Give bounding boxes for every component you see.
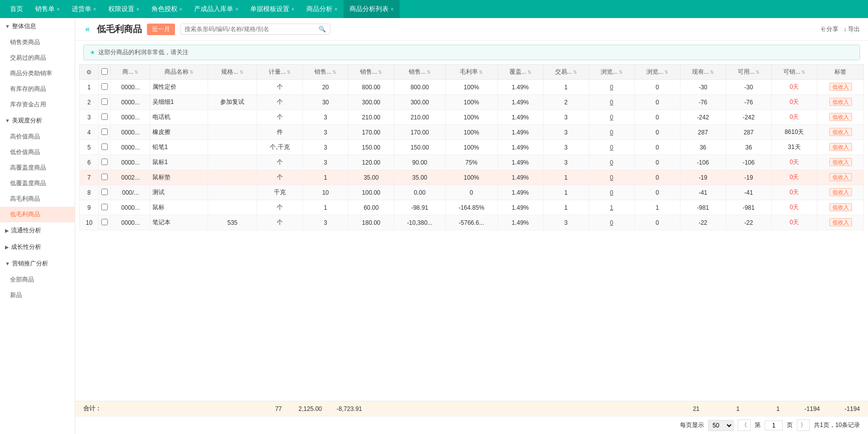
row-tag: 低收入 xyxy=(817,215,864,230)
sidebar-item-low-coverage[interactable]: 低覆盖度商品 xyxy=(0,176,75,191)
nav-role-auth[interactable]: 角色授权× xyxy=(145,0,189,18)
share-button[interactable]: ⎗ 分享 xyxy=(821,25,838,34)
nav-permissions[interactable]: 权限设置× xyxy=(102,0,145,18)
row-browse1[interactable]: 0 xyxy=(589,215,634,230)
sort-icon-stock[interactable]: ⇅ xyxy=(710,70,714,75)
nav-sales[interactable]: 销售单× xyxy=(29,0,66,18)
sort-icon-name[interactable]: ⇅ xyxy=(190,70,194,75)
sidebar-item-sales-goods[interactable]: 销售类商品 xyxy=(0,35,75,50)
row-checkbox[interactable] xyxy=(101,113,108,120)
row-browse1[interactable]: 0 xyxy=(589,185,634,200)
search-icon[interactable]: 🔍 xyxy=(318,26,326,33)
row-spec xyxy=(208,155,257,170)
row-checkbox[interactable] xyxy=(101,219,108,225)
row-browse1[interactable]: 0 xyxy=(589,110,634,125)
next-page-button[interactable]: 〉 xyxy=(797,419,810,431)
row-browse1[interactable]: 0 xyxy=(589,140,634,155)
sidebar-group-overall-title[interactable]: ▼ 整体信息 xyxy=(0,18,75,35)
sort-icon-browse1[interactable]: ⇅ xyxy=(619,70,623,75)
sort-icon-qty[interactable]: ⇅ xyxy=(332,70,336,75)
sidebar-item-traded-goods[interactable]: 交易过的商品 xyxy=(0,50,75,66)
date-filter-button[interactable]: 近一月 xyxy=(147,24,175,35)
sort-icon-unit[interactable]: ⇅ xyxy=(287,70,291,75)
sidebar-item-high-margin[interactable]: 高毛利商品 xyxy=(0,191,75,207)
per-page-select[interactable]: 50 100 200 xyxy=(708,420,734,431)
row-browse1[interactable]: 0 xyxy=(589,80,634,95)
nav-purchase-close[interactable]: × xyxy=(93,7,96,12)
export-button[interactable]: ↓ 导出 xyxy=(843,25,860,34)
sort-icon-price[interactable]: ⇅ xyxy=(378,70,382,75)
sort-icon-saleable[interactable]: ⇅ xyxy=(801,70,805,75)
row-gross-rate: 100% xyxy=(445,110,497,125)
row-checkbox[interactable] xyxy=(101,189,108,195)
nav-template-settings[interactable]: 单据模板设置× xyxy=(244,0,300,18)
th-tag: 标签 xyxy=(817,65,864,80)
nav-analysis-close[interactable]: × xyxy=(334,7,337,12)
row-stock: -76 xyxy=(680,95,726,110)
sidebar-group-circulation-title[interactable]: ▶ 流通性分析 xyxy=(0,222,75,239)
nav-role-close[interactable]: × xyxy=(180,7,183,12)
nav-product-stock[interactable]: 产成品入库单× xyxy=(188,0,244,18)
row-spec: 参加复试 xyxy=(208,95,257,110)
sidebar-item-in-stock[interactable]: 有库存的商品 xyxy=(0,81,75,97)
sidebar-item-category-rate[interactable]: 商品分类助销率 xyxy=(0,66,75,81)
th-coverage: 覆盖...⇅ xyxy=(497,65,543,80)
row-code: 0000... xyxy=(111,95,150,110)
row-checkbox[interactable] xyxy=(101,159,108,165)
select-all-checkbox[interactable] xyxy=(101,68,108,75)
row-browse1[interactable]: 0 xyxy=(589,155,634,170)
sort-icon-coverage[interactable]: ⇅ xyxy=(528,70,532,75)
nav-analysis-list[interactable]: 商品分析列表× xyxy=(343,0,400,18)
sort-icon-amount[interactable]: ⇅ xyxy=(427,70,431,75)
th-sales-amount: 销售...⇅ xyxy=(394,65,446,80)
page-input[interactable] xyxy=(765,420,783,430)
row-checkbox[interactable] xyxy=(101,128,108,135)
sidebar-group-growth-title[interactable]: ▶ 成长性分析 xyxy=(0,239,75,255)
row-checkbox-cell xyxy=(99,170,111,185)
sort-icon-gross[interactable]: ⇅ xyxy=(479,70,483,75)
nav-permissions-close[interactable]: × xyxy=(136,7,139,12)
sidebar-item-high-value[interactable]: 高价值商品 xyxy=(0,129,75,144)
nav-home[interactable]: 首页 xyxy=(4,0,29,18)
nav-template-close[interactable]: × xyxy=(291,7,294,12)
sidebar-collapse-button[interactable]: « xyxy=(83,25,92,34)
search-input[interactable] xyxy=(185,26,316,33)
row-checkbox[interactable] xyxy=(101,174,108,180)
row-browse1[interactable]: 0 xyxy=(589,125,634,140)
page-suffix: 页 xyxy=(787,421,793,429)
sidebar-item-low-margin[interactable]: 低毛利商品 xyxy=(0,207,75,222)
row-checkbox[interactable] xyxy=(101,98,108,105)
row-browse1[interactable]: 0 xyxy=(589,170,634,185)
nav-analysis-list-close[interactable]: × xyxy=(391,7,394,12)
row-name: 属性定价 xyxy=(150,80,208,95)
sidebar-item-all-goods[interactable]: 全部商品 xyxy=(0,272,75,287)
row-transaction: 3 xyxy=(543,110,589,125)
row-sales-qty: 10 xyxy=(303,185,349,200)
row-checkbox[interactable] xyxy=(101,83,108,90)
row-browse1[interactable]: 1 xyxy=(589,200,634,215)
row-browse2: 0 xyxy=(634,215,680,230)
sort-icon-transaction[interactable]: ⇅ xyxy=(573,70,577,75)
sort-icon[interactable]: ⇅ xyxy=(134,70,138,75)
row-no: 9 xyxy=(80,200,99,215)
row-checkbox[interactable] xyxy=(101,204,108,210)
sidebar-group-marketing-title[interactable]: ▼ 营销推广分析 xyxy=(0,255,75,272)
sidebar-item-low-value[interactable]: 低价值商品 xyxy=(0,144,75,160)
sort-icon-spec[interactable]: ⇅ xyxy=(240,70,244,75)
sidebar-item-high-coverage[interactable]: 高覆盖度商品 xyxy=(0,160,75,176)
sidebar-item-stock-capital[interactable]: 库存资金占用 xyxy=(0,97,75,112)
nav-sales-close[interactable]: × xyxy=(57,7,60,12)
sort-icon-browse2[interactable]: ⇅ xyxy=(664,70,668,75)
total-transaction: 21 xyxy=(669,405,700,412)
th-settings[interactable]: ⚙ xyxy=(80,65,99,80)
sidebar-item-new-goods[interactable]: 新品 xyxy=(0,287,75,303)
nav-product-close[interactable]: × xyxy=(235,7,238,12)
row-checkbox[interactable] xyxy=(101,143,108,150)
nav-product-analysis[interactable]: 商品分析× xyxy=(300,0,343,18)
th-transaction: 交易...⇅ xyxy=(543,65,589,80)
sidebar-group-beauty-title[interactable]: ▼ 美观度分析 xyxy=(0,112,75,129)
nav-purchase[interactable]: 进货单× xyxy=(66,0,102,18)
sort-icon-avail[interactable]: ⇅ xyxy=(756,70,760,75)
row-browse1[interactable]: 0 xyxy=(589,95,634,110)
prev-page-button[interactable]: 〈 xyxy=(738,419,751,431)
